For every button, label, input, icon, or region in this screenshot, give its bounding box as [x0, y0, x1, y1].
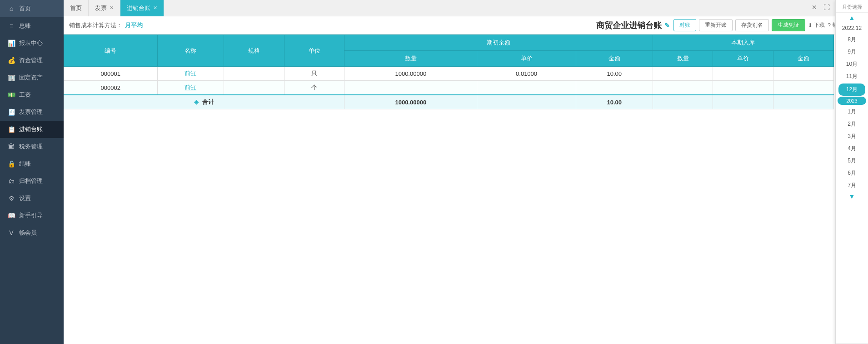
download-label: 下载 [814, 21, 825, 29]
total-in-amount [773, 95, 834, 109]
close-window-button[interactable]: ✕ [810, 3, 819, 12]
month-panel-title: 月份选择 [836, 2, 868, 13]
toolbar-right: 对账 重新开账 存货别名 生成凭证 ⬇ 下载 ? 帮助 ↻ 刷新 [673, 19, 863, 31]
row2-spec [224, 81, 284, 95]
main-area: ✕ ⛶ 首页 发票 ✕ 进销台账 ✕ 销售成本计算方法： 月平均 商贸企业进销台… [64, 0, 868, 344]
sidebar-item-label: 设置 [19, 194, 31, 202]
total-in-qty [653, 95, 713, 109]
edit-title-icon[interactable]: ✎ [664, 22, 670, 29]
download-button[interactable]: ⬇ 下载 [808, 21, 825, 29]
toolbar: 销售成本计算方法： 月平均 商贸企业进销台账 ✎ 对账 重新开账 存货别名 生成… [64, 16, 868, 34]
month-item-11[interactable]: 11月 [836, 70, 868, 83]
content-area: 编号 名称 规格 单位 期初余额 本期入库 数量 单价 金额 数量 单价 金额 [64, 34, 868, 344]
sidebar-item-label: 总账 [19, 22, 31, 30]
month-item-4[interactable]: 4月 [836, 143, 868, 155]
home-icon: ⌂ [7, 5, 15, 12]
tab-invoice[interactable]: 发票 ✕ [89, 0, 120, 16]
sidebar-item-label: 归档管理 [19, 177, 43, 185]
month-item-7[interactable]: 7月 [836, 179, 868, 192]
col-code-header: 编号 [64, 35, 158, 67]
total-label: ◈ 合计 [64, 95, 344, 109]
sidebar-item-payroll[interactable]: 💵 工资 [0, 86, 64, 103]
tab-home[interactable]: 首页 [64, 0, 89, 16]
row1-start-amount: 10.00 [576, 67, 653, 81]
page-title-text: 商贸企业进销台账 [596, 20, 662, 31]
tab-purchase-sales[interactable]: 进销台账 ✕ [120, 0, 164, 16]
row2-start-price [477, 81, 576, 95]
settings-icon: ⚙ [7, 195, 15, 202]
sidebar-item-funds[interactable]: 💰 资金管理 [0, 52, 64, 69]
table-row: 000001 前缸 只 1000.00000 0.01000 10.00 [64, 67, 834, 81]
sidebar-item-tax[interactable]: 🏛 税务管理 [0, 138, 64, 155]
archive-icon: 🗂 [7, 177, 15, 185]
row2-in-price [713, 81, 773, 95]
row1-start-price: 0.01000 [477, 67, 576, 81]
window-controls: ✕ ⛶ [810, 3, 832, 12]
row1-start-qty: 1000.00000 [344, 67, 477, 81]
reports-icon: 📊 [7, 39, 15, 47]
row1-in-price [713, 67, 773, 81]
table-row: 000002 前缸 个 [64, 81, 834, 95]
month-prev-button[interactable]: ▲ [836, 13, 868, 23]
sidebar-item-home[interactable]: ⌂ 首页 [0, 0, 64, 17]
row2-code: 000002 [64, 81, 158, 95]
sidebar-item-reports[interactable]: 📊 报表中心 [0, 34, 64, 52]
purchase-sales-table: 编号 名称 规格 单位 期初余额 本期入库 数量 单价 金额 数量 单价 金额 [64, 34, 834, 109]
month-item-10[interactable]: 10月 [836, 58, 868, 70]
member-icon: V [7, 229, 15, 236]
ledger-icon: ≡ [7, 22, 15, 29]
month-item-3[interactable]: 3月 [836, 130, 868, 143]
save-alias-button[interactable]: 存货别名 [735, 19, 769, 31]
invoice-mgmt-icon: 🧾 [7, 108, 15, 116]
tab-purchase-sales-close[interactable]: ✕ [153, 5, 157, 11]
month-item-2[interactable]: 2月 [836, 118, 868, 130]
month-item-12[interactable]: 12月 [838, 84, 865, 96]
row1-unit: 只 [284, 67, 344, 81]
sidebar-item-ledger[interactable]: ≡ 总账 [0, 17, 64, 34]
tab-invoice-close[interactable]: ✕ [110, 5, 114, 11]
month-item-6[interactable]: 6月 [836, 167, 868, 179]
row1-spec [224, 67, 284, 81]
total-start-price [477, 95, 576, 109]
duizhang-button[interactable]: 对账 [673, 19, 696, 31]
generate-voucher-button[interactable]: 生成凭证 [772, 19, 805, 31]
sidebar-item-member[interactable]: V 畅会员 [0, 224, 64, 241]
row2-name: 前缸 [157, 81, 224, 95]
toolbar-left: 销售成本计算方法： 月平均 [69, 21, 593, 29]
sidebar-item-label: 新手引导 [19, 211, 43, 220]
sidebar-item-label: 发票管理 [19, 108, 43, 116]
total-icon: ◈ [194, 98, 199, 105]
in-qty-header: 数量 [653, 51, 713, 67]
payroll-icon: 💵 [7, 91, 15, 98]
sidebar-item-assets[interactable]: 🏢 固定资产 [0, 69, 64, 86]
sidebar-item-archive[interactable]: 🗂 归档管理 [0, 172, 64, 190]
sidebar-item-label: 结账 [19, 160, 31, 168]
guide-icon: 📖 [7, 212, 15, 219]
row1-name: 前缸 [157, 67, 224, 81]
purchase-sales-icon: 📋 [7, 126, 15, 133]
total-row: ◈ 合计 1000.00000 10.00 [64, 95, 834, 109]
row2-start-qty [344, 81, 477, 95]
in-price-header: 单价 [713, 51, 773, 67]
month-item-9[interactable]: 9月 [836, 46, 868, 58]
sidebar-item-settings[interactable]: ⚙ 设置 [0, 190, 64, 207]
sidebar-item-invoice-mgmt[interactable]: 🧾 发票管理 [0, 103, 64, 121]
total-text: 合计 [202, 98, 214, 105]
fullscreen-button[interactable]: ⛶ [822, 3, 832, 12]
sidebar-item-label: 报表中心 [19, 39, 43, 47]
sidebar-item-label: 资金管理 [19, 56, 43, 64]
month-item-5[interactable]: 5月 [836, 155, 868, 167]
sidebar-item-guide[interactable]: 📖 新手引导 [0, 207, 64, 224]
sidebar-item-close-accounts[interactable]: 🔒 结账 [0, 155, 64, 172]
row1-in-qty [653, 67, 713, 81]
sidebar-item-label: 固定资产 [19, 74, 43, 82]
cost-method-value: 月平均 [125, 21, 143, 29]
help-icon: ? [828, 22, 831, 29]
month-next-button[interactable]: ▼ [836, 192, 868, 201]
sidebar-item-purchase-sales[interactable]: 📋 进销台账 [0, 121, 64, 138]
reopen-button[interactable]: 重新开账 [699, 19, 733, 31]
download-icon: ⬇ [808, 22, 813, 29]
month-item-1[interactable]: 1月 [836, 106, 868, 118]
start-qty-header: 数量 [344, 51, 477, 67]
month-item-8[interactable]: 8月 [836, 34, 868, 46]
